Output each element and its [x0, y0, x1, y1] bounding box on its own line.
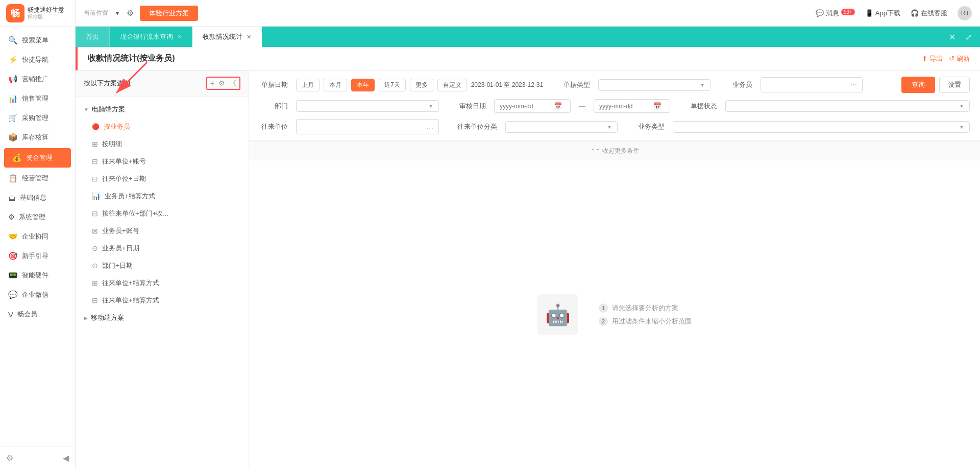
customer-service-action[interactable]: 🎧 在线客服	[911, 9, 947, 18]
scheme-settings-icon[interactable]: ⚙	[218, 79, 225, 87]
chevron-up-icon: ⌃⌃	[590, 148, 600, 155]
audit-to-input[interactable]	[599, 103, 650, 110]
sidebar-item-quick-nav[interactable]: ⚡ 快捷导航	[0, 50, 75, 69]
scheme-group-pc-header[interactable]: ▼ 电脑端方案	[76, 101, 249, 118]
header-gear-icon[interactable]: ⚙	[127, 8, 134, 18]
category-label: 单据类型	[561, 80, 590, 89]
sidebar-item-wechat[interactable]: 💬 企业微信	[0, 285, 75, 304]
tab-close-collection[interactable]: ✕	[247, 34, 251, 40]
add-scheme-button[interactable]: +	[210, 79, 214, 87]
scheme-item-salesman-payment[interactable]: 📊 业务员+结算方式	[76, 187, 249, 205]
refresh-button[interactable]: ↺ 刷新	[949, 54, 970, 63]
date-btn-custom[interactable]: 自定义	[437, 79, 467, 91]
sidebar-item-enterprise[interactable]: 🤝 企业协同	[0, 227, 75, 246]
tab-home[interactable]: 首页	[76, 27, 110, 47]
date-options: 上月 本月 本年 近7天 更多 自定义 2023-01-01 至 2023-12…	[296, 79, 543, 91]
scheme-item-by-unit-dept[interactable]: ⊟ 按往来单位+部门+收...	[76, 205, 249, 222]
sidebar-item-member[interactable]: V 畅会员	[0, 304, 75, 324]
sidebar-item-stock[interactable]: 📦 库存核算	[0, 128, 75, 147]
unit-dept-icon: ⊟	[92, 209, 98, 218]
export-button[interactable]: ⬆ 导出	[922, 54, 943, 63]
date-btn-this-year[interactable]: 本年	[351, 79, 375, 91]
sidebar-item-search[interactable]: 🔍 搜索菜单	[0, 31, 75, 50]
salesman-active-icon: 🔴	[92, 123, 100, 130]
date-range: 2023-01-01 至 2023-12-31	[471, 81, 543, 89]
scheme-item-partner-payment2[interactable]: ⊟ 往来单位+结算方式	[76, 292, 249, 309]
salesman-date-icon: ⊙	[92, 244, 98, 252]
left-panel: 按以下方案查询 + ⚙ 《 ▼ 电脑端方案	[76, 71, 249, 469]
empty-step-1: 1 请先选择要分析的方案	[599, 303, 692, 313]
trial-button[interactable]: 体验行业方案	[140, 6, 198, 21]
scheme-group-mobile-header[interactable]: ▶ 移动端方案	[76, 309, 249, 326]
enterprise-icon: 🤝	[8, 232, 18, 241]
date-btn-7days[interactable]: 近7天	[379, 79, 406, 91]
sidebar-item-purchase[interactable]: 🛒 采购管理	[0, 108, 75, 128]
sidebar-item-guide[interactable]: 🎯 新手引导	[0, 246, 75, 266]
user-avatar[interactable]: Rit	[958, 6, 972, 20]
tab-bar: 首页 现金银行流水查询 ✕ 收款情况统计 ✕ ✕ ⤢	[76, 27, 980, 47]
purchase-icon: 🛒	[8, 113, 18, 123]
salesman-payment-icon: 📊	[92, 192, 101, 200]
date-btn-this-month[interactable]: 本月	[324, 79, 347, 91]
collapse-bar[interactable]: ⌃⌃ 收起更多条件	[249, 141, 980, 160]
tab-bar-close-icon[interactable]: ✕	[949, 32, 955, 42]
quick-nav-icon: ⚡	[8, 55, 18, 64]
chevron-down-icon: ▼	[84, 107, 89, 112]
partner-select[interactable]: ...	[296, 119, 439, 134]
settings-footer-icon[interactable]: ⚙	[6, 453, 13, 463]
audit-from-input[interactable]	[500, 103, 551, 110]
date-btn-more[interactable]: 更多	[410, 79, 433, 91]
dept-dropdown-icon: ▼	[428, 103, 433, 109]
audit-date-label: 审核日期	[457, 102, 486, 111]
partner-more-icon[interactable]: ...	[427, 122, 433, 131]
breadcrumb-dropdown[interactable]: ▼	[114, 10, 120, 17]
scheme-item-dept-date[interactable]: ⊙ 部门+日期	[76, 257, 249, 274]
message-action[interactable]: 💬 消息 99+	[816, 9, 855, 18]
scheme-item-by-detail[interactable]: ⊞ 按明细	[76, 135, 249, 153]
scheme-item-by-salesman[interactable]: 🔴 按业务员	[76, 118, 249, 135]
sidebar-item-basic[interactable]: 🗂 基础信息	[0, 188, 75, 207]
app-download-action[interactable]: 📱 App下载	[865, 9, 900, 18]
status-select[interactable]: ▼	[725, 100, 970, 112]
sales-icon: 📊	[8, 94, 18, 103]
collapse-sidebar-icon[interactable]: ◀	[63, 453, 69, 463]
guide-icon: 🎯	[8, 251, 18, 261]
tab-bank-flow[interactable]: 现金银行流水查询 ✕	[110, 27, 192, 47]
settings-button[interactable]: 设置	[939, 77, 970, 93]
tab-close-bank-flow[interactable]: ✕	[177, 34, 182, 40]
scheme-collapse-icon[interactable]: 《	[229, 79, 236, 88]
query-button[interactable]: 查询	[901, 77, 935, 93]
business-type-dropdown-icon: ▼	[959, 124, 964, 130]
sidebar-item-operation[interactable]: 📋 经营管理	[0, 169, 75, 188]
partner-label: 往来单位	[259, 122, 288, 131]
status-label: 单据状态	[689, 102, 717, 111]
sidebar-item-marketing[interactable]: 📢 营销推广	[0, 69, 75, 89]
salesman-select[interactable]: ···	[761, 77, 863, 92]
partner-date-icon: ⊟	[92, 175, 98, 183]
audit-date-to[interactable]: 📅	[594, 99, 670, 113]
salesman-more-icon[interactable]: ···	[850, 80, 857, 89]
date-btn-last-month[interactable]: 上月	[296, 79, 320, 91]
dept-date-icon: ⊙	[92, 262, 98, 270]
dept-select[interactable]: ▼	[296, 100, 439, 112]
sidebar-item-system[interactable]: ⚙ 系统管理	[0, 207, 75, 227]
top-header: 当前位置 ▼ ⚙ 体验行业方案 💬 消息 99+ 📱 App下载 🎧 在线客服 …	[76, 0, 980, 27]
filter-row-1: 单据日期 上月 本月 本年 近7天 更多 自定义 2023-01-01 至	[259, 77, 970, 93]
logo-text: 畅捷通好生意 标准版	[28, 6, 64, 19]
partner-category-select[interactable]: ▼	[505, 121, 618, 133]
sidebar-item-capital[interactable]: 💰 资金管理	[4, 148, 71, 168]
scheme-list: ▼ 电脑端方案 🔴 按业务员 ⊞ 按明细	[76, 97, 249, 469]
scheme-item-partner-payment[interactable]: ⊞ 往来单位+结算方式	[76, 274, 249, 292]
scheme-item-salesman-account[interactable]: ⊠ 业务员+账号	[76, 222, 249, 240]
sidebar-item-sales[interactable]: 📊 销售管理	[0, 89, 75, 108]
category-select[interactable]: ▼	[598, 79, 710, 91]
tab-collection[interactable]: 收款情况统计 ✕	[192, 27, 262, 47]
business-type-select[interactable]: ▼	[673, 121, 970, 133]
scheme-item-salesman-date[interactable]: ⊙ 业务员+日期	[76, 240, 249, 257]
scheme-item-partner-account[interactable]: ⊟ 往来单位+账号	[76, 153, 249, 170]
audit-date-from[interactable]: 📅	[494, 99, 571, 113]
sidebar-item-hardware[interactable]: 📟 智能硬件	[0, 266, 75, 285]
scheme-item-partner-date[interactable]: ⊟ 往来单位+日期	[76, 170, 249, 187]
message-icon: 💬	[816, 9, 824, 17]
tab-bar-expand-icon[interactable]: ⤢	[965, 32, 972, 42]
